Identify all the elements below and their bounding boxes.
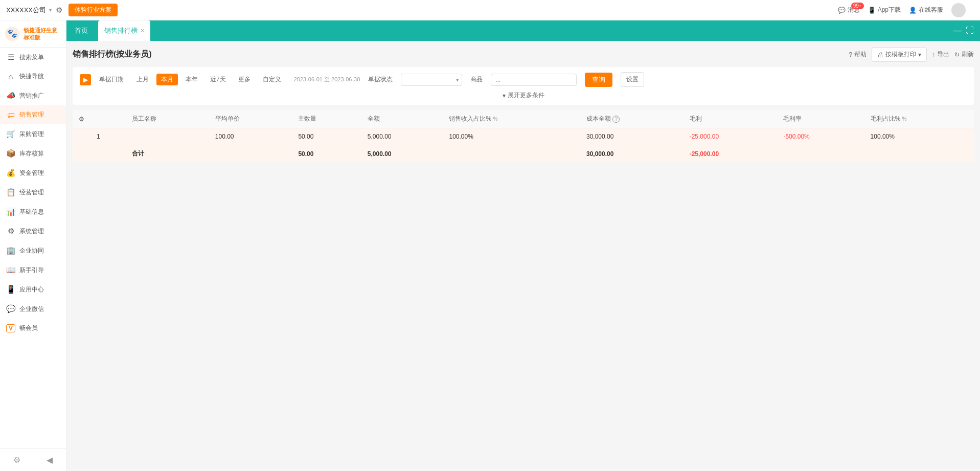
sidebar-item-search[interactable]: ☰ 搜索菜单 bbox=[0, 48, 66, 67]
settings-icon[interactable]: ⚙ bbox=[56, 6, 62, 15]
sidebar-item-quick-nav[interactable]: ⌂ 快捷导航 bbox=[0, 67, 66, 86]
col-header-cost: 成本全额 ? bbox=[580, 110, 683, 128]
footer-gross-rate bbox=[777, 145, 864, 163]
inventory-icon: 📦 bbox=[6, 149, 15, 158]
footer-amount: 5,000.00 bbox=[361, 145, 443, 163]
status-select[interactable] bbox=[401, 74, 462, 86]
cell-settings bbox=[73, 128, 90, 145]
app-download-button[interactable]: 📱 App下载 bbox=[868, 6, 901, 14]
date-btn-7days[interactable]: 近7天 bbox=[206, 74, 231, 85]
system-icon: ⚙ bbox=[6, 227, 15, 236]
search-menu-icon: ☰ bbox=[6, 53, 15, 62]
sidebar-item-label: 快捷导航 bbox=[19, 72, 44, 81]
sidebar-item-marketing[interactable]: 📣 营销推广 bbox=[0, 86, 66, 105]
sidebar-item-finance[interactable]: 💰 资金管理 bbox=[0, 163, 66, 183]
page-content: 销售排行榜(按业务员) ? 帮助 🖨 按模板打印 ▾ ↑ bbox=[66, 41, 980, 471]
cell-gross-pct: 100.00% bbox=[864, 128, 974, 145]
home-icon: ⌂ bbox=[6, 72, 15, 81]
sidebar-collapse-button[interactable]: ◀ bbox=[42, 453, 57, 467]
print-icon: 🖨 bbox=[877, 51, 883, 58]
sidebar-item-label: 营销推广 bbox=[19, 92, 44, 100]
page-actions: ? 帮助 🖨 按模板打印 ▾ ↑ 导出 ↻ bbox=[849, 47, 974, 62]
refresh-button[interactable]: ↻ 刷新 bbox=[954, 50, 974, 59]
date-range: 2023-06-01 至 2023-06-30 bbox=[294, 76, 360, 83]
tab-maximize-icon[interactable]: ⛶ bbox=[966, 26, 974, 35]
sidebar-item-label: 采购管理 bbox=[19, 130, 44, 139]
print-button[interactable]: 🖨 按模板打印 ▾ bbox=[872, 47, 927, 62]
sidebar-item-purchase[interactable]: 🛒 采购管理 bbox=[0, 124, 66, 144]
tab-bar: 首页 销售排行榜 × — ⛶ bbox=[66, 20, 980, 41]
trial-button[interactable]: 体验行业方案 bbox=[69, 4, 118, 16]
date-btn-last-month[interactable]: 上月 bbox=[132, 74, 153, 85]
query-button[interactable]: 查询 bbox=[585, 73, 612, 87]
filter-arrow-button[interactable]: ▶ bbox=[80, 74, 91, 85]
cell-rank: 1 bbox=[90, 128, 126, 145]
refresh-icon: ↻ bbox=[954, 51, 960, 58]
col-header-gross-pct: 毛利占比% % bbox=[864, 110, 974, 128]
sidebar-item-label: 经营管理 bbox=[19, 188, 44, 197]
footer-rank bbox=[90, 145, 126, 163]
goods-input[interactable] bbox=[491, 74, 577, 86]
avatar[interactable] bbox=[951, 3, 966, 17]
sidebar-item-sales[interactable]: 🏷 销售管理 bbox=[0, 105, 66, 124]
data-table: ⚙ 员工名称 平均单价 主数量 全额 销售收入占比% % bbox=[73, 110, 974, 163]
col-header-gross: 毛利 bbox=[683, 110, 778, 128]
sidebar-item-apps[interactable]: 📱 应用中心 bbox=[0, 280, 66, 299]
sidebar-item-basic[interactable]: 📊 基础信息 bbox=[0, 202, 66, 221]
date-btn-custom[interactable]: 自定义 bbox=[258, 74, 286, 85]
col-header-gross-rate: 毛利率 bbox=[777, 110, 864, 128]
page-title: 销售排行榜(按业务员) bbox=[73, 49, 152, 60]
table-body: 1 100.00 50.00 5,000.00 100.00% 30,000.0… bbox=[73, 128, 974, 145]
expand-label: 展开更多条件 bbox=[508, 91, 544, 100]
footer-gross-pct bbox=[864, 145, 974, 163]
sidebar-item-system[interactable]: ⚙ 系统管理 bbox=[0, 221, 66, 241]
date-btn-this-year[interactable]: 本年 bbox=[181, 74, 202, 85]
sales-icon: 🏷 bbox=[6, 110, 15, 119]
expand-icon: ▾ bbox=[503, 92, 506, 99]
marketing-icon: 📣 bbox=[6, 91, 15, 100]
wechat-icon: 💬 bbox=[6, 304, 15, 313]
cost-help-icon[interactable]: ? bbox=[612, 116, 620, 123]
sidebar-item-label: 搜索菜单 bbox=[19, 53, 44, 62]
gross-pct-help-icon[interactable]: % bbox=[902, 116, 907, 122]
app-icon: 📱 bbox=[868, 7, 876, 14]
tab-active-label: 销售排行榜 bbox=[104, 26, 138, 35]
page-header: 销售排行榜(按业务员) ? 帮助 🖨 按模板打印 ▾ ↑ bbox=[73, 47, 974, 62]
sidebar-item-guide[interactable]: 📖 新手引导 bbox=[0, 260, 66, 280]
sidebar-item-collab[interactable]: 🏢 企业协同 bbox=[0, 241, 66, 260]
sidebar-item-member[interactable]: V 畅会员 bbox=[0, 319, 66, 338]
tab-minimize-icon[interactable]: — bbox=[953, 26, 962, 35]
message-button[interactable]: 💬 消息 99+ bbox=[838, 6, 860, 14]
main-area: 🐾 畅捷通好生意 标准版 ☰ 搜索菜单 ⌂ 快捷导航 📣 营销推广 🏷 销售管理 bbox=[0, 20, 980, 471]
help-icon: ? bbox=[849, 51, 852, 58]
company-selector[interactable]: XXXXXX公司 ▾ bbox=[6, 6, 52, 15]
sidebar: 🐾 畅捷通好生意 标准版 ☰ 搜索菜单 ⌂ 快捷导航 📣 营销推广 🏷 销售管理 bbox=[0, 20, 66, 471]
help-button[interactable]: ? 帮助 bbox=[849, 50, 867, 59]
export-button[interactable]: ↑ 导出 bbox=[932, 50, 949, 59]
sidebar-item-wechat[interactable]: 💬 企业微信 bbox=[0, 299, 66, 319]
content-area: 首页 销售排行榜 × — ⛶ 销售排行榜(按业务员) bbox=[66, 20, 980, 471]
settings-btn[interactable]: 设置 bbox=[621, 72, 644, 87]
print-arrow-icon: ▾ bbox=[918, 51, 921, 58]
expand-more-button[interactable]: ▾ 展开更多条件 bbox=[503, 91, 544, 100]
col-header-settings[interactable]: ⚙ bbox=[73, 110, 90, 128]
footer-qty: 50.00 bbox=[292, 145, 361, 163]
export-label: 导出 bbox=[937, 50, 949, 59]
sales-pct-help-icon[interactable]: % bbox=[493, 116, 498, 122]
date-filter-group: 上月 本月 本年 近7天 更多 自定义 bbox=[132, 74, 286, 85]
sidebar-settings-button[interactable]: ⚙ bbox=[9, 453, 25, 467]
sidebar-item-label: 企业协同 bbox=[19, 246, 44, 255]
col-header-qty: 主数量 bbox=[292, 110, 361, 128]
tab-home[interactable]: 首页 bbox=[66, 20, 96, 41]
sidebar-item-inventory[interactable]: 📦 库存核算 bbox=[0, 144, 66, 163]
tab-sales-ranking[interactable]: 销售排行榜 × bbox=[98, 20, 150, 41]
online-service-button[interactable]: 👤 在线客服 bbox=[909, 6, 943, 14]
table-footer: 合计 50.00 5,000.00 30,000.00 -25,000.00 bbox=[73, 145, 974, 163]
date-btn-more[interactable]: 更多 bbox=[234, 74, 255, 85]
date-btn-this-month[interactable]: 本月 bbox=[156, 74, 178, 85]
service-icon: 👤 bbox=[909, 7, 917, 14]
tab-close-icon[interactable]: × bbox=[141, 27, 144, 34]
top-bar: XXXXXX公司 ▾ ⚙ 体验行业方案 💬 消息 99+ 📱 App下载 👤 在… bbox=[0, 0, 980, 20]
sidebar-item-operation[interactable]: 📋 经营管理 bbox=[0, 183, 66, 202]
col-header-amount: 全额 bbox=[361, 110, 443, 128]
